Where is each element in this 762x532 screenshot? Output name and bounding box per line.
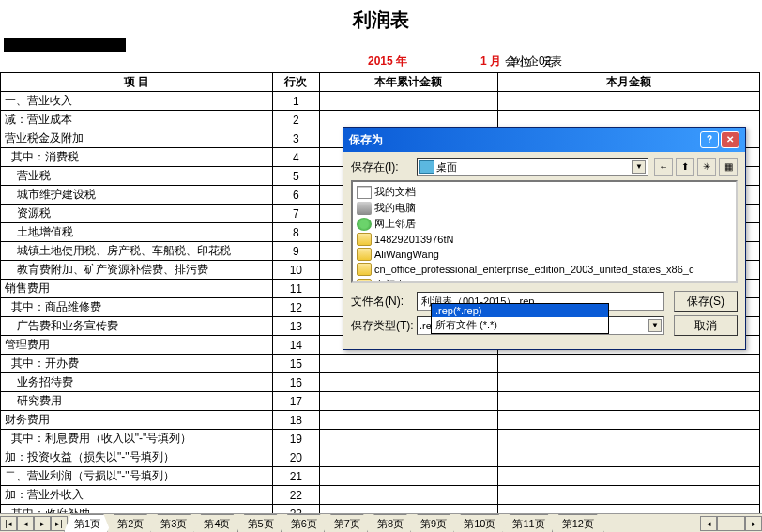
tab-nav-first[interactable]: |◂ <box>0 516 17 531</box>
folder-icon <box>357 202 372 215</box>
scroll-left[interactable]: ◂ <box>700 516 717 531</box>
tab-nav-prev[interactable]: ◂ <box>17 516 34 531</box>
filetype-dropdown[interactable]: .rep(*.rep)所有文件 (*.*) <box>431 303 609 334</box>
table-row[interactable]: 财务费用18 <box>1 411 760 430</box>
file-item[interactable]: AliWangWang <box>355 247 734 262</box>
table-row[interactable]: 业务招待费16 <box>1 373 760 392</box>
help-button[interactable]: ? <box>700 131 719 148</box>
table-row[interactable]: 研究费用17 <box>1 392 760 411</box>
table-row[interactable]: 一、营业收入1 <box>1 92 760 111</box>
sheet-tab[interactable]: 第12页 <box>552 514 604 533</box>
sheet-tab[interactable]: 第4页 <box>193 514 240 533</box>
dialog-title: 保存为 <box>349 132 383 148</box>
sheet-tab[interactable]: 第10页 <box>453 514 506 533</box>
desktop-icon <box>419 160 434 174</box>
folder-icon <box>357 218 372 231</box>
scroll-right[interactable]: ▸ <box>745 516 762 531</box>
sheet-tab[interactable]: 第8页 <box>367 514 414 533</box>
filetype-label: 保存类型(T): <box>351 318 417 334</box>
view-button[interactable]: ▦ <box>719 158 738 176</box>
file-item[interactable]: 我的文档 <box>355 184 734 200</box>
location-combo[interactable]: 桌面 ▼ <box>417 158 648 176</box>
file-list[interactable]: 我的文档我的电脑网上邻居148292013976tNAliWangWangcn_… <box>351 180 738 283</box>
location-value: 桌面 <box>436 160 457 175</box>
col-item: 项 目 <box>1 73 273 92</box>
close-button[interactable]: ✕ <box>721 131 739 148</box>
save-button[interactable]: 保存(S) <box>674 291 738 312</box>
sheet-tab[interactable]: 第5页 <box>237 514 284 533</box>
folder-icon <box>357 248 372 261</box>
table-row[interactable]: 加：营业外收入22 <box>1 486 760 505</box>
tab-nav-next[interactable]: ▸ <box>34 516 51 531</box>
page-title: 利润表 <box>0 0 762 37</box>
dialog-titlebar[interactable]: 保存为 ? ✕ <box>343 128 745 152</box>
table-row[interactable]: 加：投资收益（损失以"-"号填列）20 <box>1 448 760 467</box>
back-button[interactable]: ← <box>654 158 673 176</box>
unit-label: 单位：元 <box>509 54 554 70</box>
sheet-tab[interactable]: 第1页 <box>64 514 111 533</box>
folder-icon <box>357 263 372 276</box>
folder-icon <box>357 279 372 284</box>
table-row[interactable]: 其中：开办费15 <box>1 355 760 373</box>
cancel-button[interactable]: 取消 <box>674 315 738 336</box>
tab-nav-last[interactable]: ▸| <box>51 516 68 531</box>
new-folder-button[interactable]: ✳ <box>697 158 716 176</box>
chevron-down-icon[interactable]: ▼ <box>648 319 662 332</box>
sheet-tabs: |◂ ◂ ▸ ▸| 第1页第2页第3页第4页第5页第6页第7页第8页第9页第10… <box>0 513 762 532</box>
sheet-tab[interactable]: 第9页 <box>410 514 457 533</box>
sheet-tab[interactable]: 第6页 <box>281 514 328 533</box>
chevron-down-icon[interactable]: ▼ <box>632 160 646 174</box>
dropdown-option[interactable]: .rep(*.rep) <box>432 304 608 317</box>
table-row[interactable]: 其中：利息费用（收入以"-"号填列）19 <box>1 430 760 448</box>
save-as-dialog: 保存为 ? ✕ 保存在(I): 桌面 ▼ ← ⬆ ✳ ▦ 我的文档我的电脑网上邻… <box>343 127 746 350</box>
sheet-tab[interactable]: 第11页 <box>502 514 555 533</box>
location-label: 保存在(I): <box>351 160 417 175</box>
filename-label: 文件名(N): <box>351 294 417 310</box>
scroll-thumb[interactable] <box>717 516 745 531</box>
sheet-tab[interactable]: 第7页 <box>324 514 371 533</box>
file-item[interactable]: 余额表 <box>355 277 734 283</box>
folder-icon <box>357 233 372 246</box>
col-month: 本月金额 <box>497 73 760 92</box>
file-item[interactable]: 网上邻居 <box>355 216 734 232</box>
redaction-bar <box>4 38 126 52</box>
table-row[interactable]: 二、营业利润（亏损以"-"号填列）21 <box>1 467 760 486</box>
file-item[interactable]: 148292013976tN <box>355 232 734 247</box>
sheet-tab[interactable]: 第3页 <box>150 514 197 533</box>
file-item[interactable]: cn_office_professional_enterprise_editio… <box>355 262 734 277</box>
dropdown-option[interactable]: 所有文件 (*.*) <box>432 317 608 333</box>
folder-icon <box>357 186 372 199</box>
sheet-tab[interactable]: 第2页 <box>107 514 154 533</box>
col-ytd: 本年累计金额 <box>319 73 497 92</box>
up-folder-button[interactable]: ⬆ <box>676 158 694 176</box>
file-item[interactable]: 我的电脑 <box>355 200 734 216</box>
col-rowno: 行次 <box>272 73 319 92</box>
